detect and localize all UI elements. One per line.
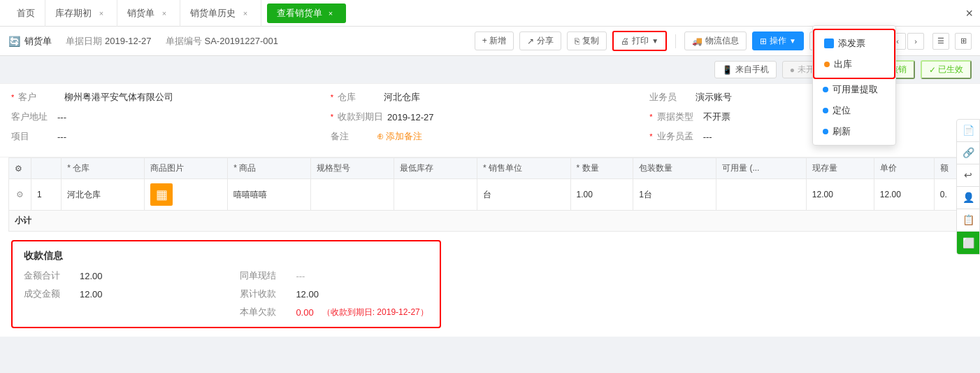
locate-item[interactable]: 定位 [813, 100, 895, 121]
copy-icon: ⎘ [575, 36, 579, 46]
locate-icon [823, 108, 828, 113]
table-section: ⚙ * 仓库 商品图片 * 商品 规格型号 最低库存 * 销售单位 * 数量 包… [0, 157, 980, 232]
minstk-header: 最低库存 [394, 158, 477, 179]
add-remark-icon: ⊕ [377, 131, 384, 141]
tab-view-sales[interactable]: 查看销货单 × [267, 3, 346, 23]
customer-required-star: * [11, 93, 14, 101]
warehouse-required-star: * [331, 93, 333, 101]
due-payment-label: 本单欠款 [240, 306, 290, 318]
refresh-item[interactable]: 刷新 [813, 121, 895, 142]
new-button[interactable]: + 新增 [475, 31, 514, 50]
close-view-sales-tab[interactable]: × [325, 8, 336, 19]
image-header: 商品图片 [145, 158, 228, 179]
customer-value: 柳州粤港平安气体有限公司 [64, 91, 173, 104]
doc-number-field: 单据编号 SA-20191227-001 [166, 35, 279, 48]
ops-dropdown-arrow: ▼ [789, 37, 796, 45]
close-inventory-init-tab[interactable]: × [96, 8, 107, 19]
row-product: 嘻嘻嘻嘻 [228, 179, 311, 211]
right-icon-4[interactable]: 👤 [957, 187, 979, 209]
tab-inventory-init[interactable]: 库存期初 × [45, 0, 117, 27]
add-invoice-item[interactable]: 添发票 [814, 33, 894, 54]
right-icon-2[interactable]: 🔗 [957, 142, 979, 164]
payment-info-box: 收款信息 金额合计 12.00 同单现结 --- 成交金额 12.00 累计收款… [11, 240, 441, 328]
add-remark-btn[interactable]: ⊕ 添加备注 [377, 130, 423, 143]
address-field: 客户地址 --- [11, 111, 331, 123]
invoice-type-required-star: * [649, 113, 652, 121]
logistics-icon: 🚚 [692, 36, 702, 46]
row-warehouse: 河北仓库 [62, 179, 145, 211]
same-settle-row: 同单现结 --- [240, 269, 428, 282]
sales-staff-value: --- [703, 132, 712, 142]
tab-sales-order[interactable]: 销货单 × [117, 0, 180, 27]
close-sales-order-tab[interactable]: × [159, 8, 170, 19]
due-payment-row: 本单欠款 0.00 （收款到期日: 2019-12-27） [240, 306, 428, 318]
available-qty-item[interactable]: 可用量提取 [813, 79, 895, 100]
print-dropdown-arrow: ▼ [651, 37, 658, 45]
customer-field: * 客户 柳州粤港平安气体有限公司 [11, 91, 331, 104]
staff-field: 业务员 演示账号 [649, 91, 969, 104]
next-record-button[interactable]: › [907, 33, 924, 50]
no-header [31, 158, 62, 179]
invoice-type-field: * 票据类型 不开票 [649, 111, 969, 123]
row-unit: 台 [477, 179, 570, 211]
doc-date-field: 单据日期 2019-12-27 [66, 35, 152, 48]
add-invoice-label: 添发票 [838, 37, 865, 50]
payment-date-value: 2019-12-27 [387, 112, 434, 122]
doc-title: 🔄 销货单 [8, 35, 52, 48]
share-icon: ↗ [527, 36, 534, 46]
available-header: 可用量 (... [716, 158, 807, 179]
refresh-label: 刷新 [833, 125, 851, 138]
address-value: --- [57, 112, 66, 122]
due-payment-extra: （收款到期日: 2019-12-27） [322, 307, 428, 318]
copy-button[interactable]: ⎘ 复制 [567, 31, 607, 50]
global-close-button[interactable]: × [965, 7, 973, 20]
list-view-button[interactable]: ☰ [932, 33, 949, 50]
remark-field: 备注 ⊕ 添加备注 [331, 130, 650, 143]
right-icon-panel: 📄 🔗 ↩ 👤 📋 ⬜ [956, 119, 980, 255]
cumulative-payment-label: 累计收款 [240, 288, 290, 300]
available-qty-icon [823, 87, 828, 92]
outbound-item[interactable]: 出库 [814, 54, 894, 75]
print-button[interactable]: 🖨 打印 ▼ [612, 31, 667, 51]
operations-button[interactable]: ⊞ 操作 ▼ [752, 31, 804, 50]
same-settle-label: 同单现结 [240, 269, 290, 282]
deal-amount-value: 12.00 [80, 289, 103, 300]
total-amount-row: 金额合计 12.00 [24, 269, 212, 282]
row-unit-price: 12.00 [874, 179, 934, 211]
total-amount-label: 金额合计 [24, 269, 74, 282]
gear-header: ⚙ [9, 158, 31, 179]
effective-label: 已生效 [938, 64, 963, 76]
product-image-placeholder: ▦ [150, 183, 173, 206]
due-payment-value: 0.00 [296, 307, 313, 318]
outbound-icon [824, 62, 830, 67]
tab-sales-history[interactable]: 销货单历史 × [180, 0, 261, 27]
right-icon-expand[interactable]: ⬜ [957, 232, 979, 254]
unitprice-header: 单价 [874, 158, 934, 179]
right-icon-5[interactable]: 📋 [957, 209, 979, 232]
effective-status-btn[interactable]: ✓ 已生效 [921, 60, 972, 79]
cumulative-payment-value: 12.00 [296, 289, 319, 300]
print-icon: 🖨 [621, 36, 629, 46]
right-icon-3[interactable]: ↩ [957, 164, 979, 187]
tab-home[interactable]: 首页 [7, 0, 45, 27]
row-gear[interactable]: ⚙ [9, 179, 31, 211]
spec-header: 规格型号 [311, 158, 394, 179]
operations-icon: ⊞ [760, 36, 767, 46]
payment-date-required-star: * [331, 113, 333, 121]
deal-amount-label: 成交金额 [24, 288, 74, 300]
grid-view-button[interactable]: ⊞ [955, 33, 972, 50]
right-icon-1[interactable]: 📄 [957, 120, 979, 142]
sales-staff-required-star: * [649, 132, 652, 141]
mobile-status-btn[interactable]: 📱 来自手机 [714, 61, 777, 78]
logistics-button[interactable]: 🚚 物流信息 [684, 31, 747, 50]
product-header: * 商品 [228, 158, 311, 179]
sales-staff-field: * 业务员孟 --- [649, 130, 969, 143]
staff-value: 演示账号 [696, 91, 732, 104]
project-field: 项目 --- [11, 130, 331, 143]
qty-header: * 数量 [570, 158, 633, 179]
cumulative-payment-row: 累计收款 12.00 [240, 288, 428, 300]
mobile-label: 来自手机 [735, 64, 769, 76]
row-qty: 1.00 [570, 179, 633, 211]
share-button[interactable]: ↗ 分享 [519, 31, 561, 50]
close-sales-history-tab[interactable]: × [240, 8, 251, 19]
